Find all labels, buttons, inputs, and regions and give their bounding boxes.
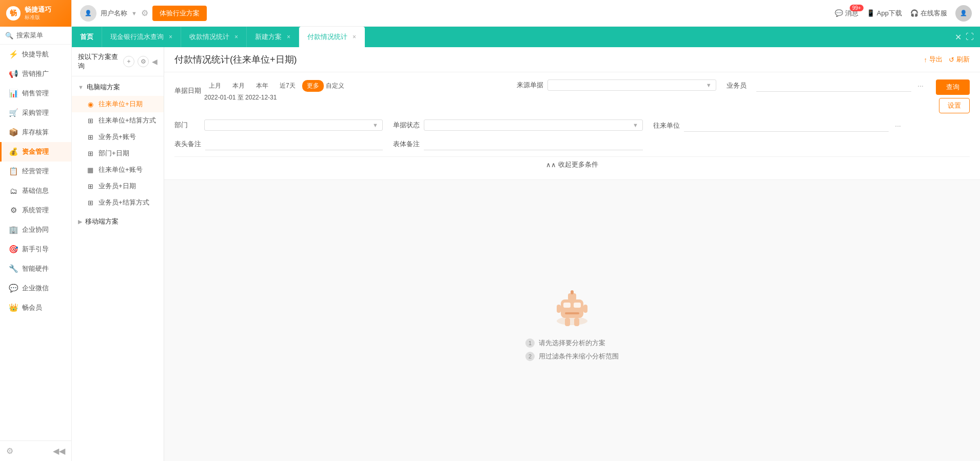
tab-home[interactable]: 首页 bbox=[72, 27, 102, 47]
tab-receipt-close-icon[interactable]: × bbox=[234, 33, 238, 41]
scheme-item-staff-settle[interactable]: ⊞ 业务员+结算方式 bbox=[72, 194, 164, 211]
tab-close-all-icon[interactable]: ✕ bbox=[955, 32, 962, 42]
desktop-group-header[interactable]: ▼ 电脑端方案 bbox=[72, 78, 164, 96]
date-btn-this-month[interactable]: 本月 bbox=[228, 79, 249, 92]
sidebar-item-operation[interactable]: 📋 经营管理 bbox=[0, 162, 71, 181]
app-download-button[interactable]: 📱 App下载 bbox=[867, 9, 902, 18]
tab-bank-flow[interactable]: 现金银行流水查询 × bbox=[102, 27, 181, 47]
tab-new-scheme[interactable]: 新建方案 × bbox=[247, 27, 299, 47]
scheme-item-staff-date[interactable]: ⊞ 业务员+日期 bbox=[72, 178, 164, 194]
refresh-button[interactable]: ↺ 刷新 bbox=[949, 55, 970, 64]
collapse-arrow-icon: ∧∧ bbox=[546, 161, 556, 169]
sidebar-item-hardware[interactable]: 🔧 智能硬件 bbox=[0, 259, 71, 278]
svg-rect-2 bbox=[563, 303, 571, 308]
page-header: 付款情况统计(往来单位+日期) ↑ 导出 ↺ 刷新 bbox=[164, 47, 980, 72]
scheme-item-label: 业务员+账号 bbox=[99, 132, 136, 142]
sidebar-item-label: 系统管理 bbox=[22, 206, 49, 215]
filter-row-1: 单据日期 上月 本月 本年 近7天 更多 自定义 2022-01-01 至 20… bbox=[174, 79, 970, 113]
date-btn-more[interactable]: 更多 bbox=[302, 80, 324, 92]
message-badge: 99+ bbox=[850, 5, 864, 11]
username-chevron-icon[interactable]: ▼ bbox=[131, 10, 137, 16]
tab-expand-icon[interactable]: ⛶ bbox=[966, 32, 974, 42]
sidebar-item-system[interactable]: ⚙ 系统管理 bbox=[0, 201, 71, 220]
scheme-item-dept-date[interactable]: ⊞ 部门+日期 bbox=[72, 145, 164, 162]
tab-new-scheme-close-icon[interactable]: × bbox=[287, 33, 290, 41]
scheme-bar-icon: ▦ bbox=[86, 166, 94, 174]
topbar-user-avatar-right[interactable]: 👤 bbox=[955, 5, 972, 22]
date-custom-label[interactable]: 自定义 bbox=[326, 82, 344, 90]
sidebar-item-enterprise[interactable]: 🏢 企业协同 bbox=[0, 220, 71, 239]
trial-button[interactable]: 体验行业方案 bbox=[152, 6, 207, 21]
export-button[interactable]: ↑ 导出 bbox=[924, 55, 943, 64]
mobile-group-label: 移动端方案 bbox=[85, 217, 119, 226]
filter-row-3: 表头备注 表体备注 bbox=[174, 138, 970, 150]
doc-status-select[interactable]: ▼ bbox=[424, 119, 643, 131]
collapse-sidebar-icon[interactable]: ◀◀ bbox=[53, 446, 65, 456]
date-btn-this-year[interactable]: 本年 bbox=[251, 79, 273, 92]
desktop-group-label: 电脑端方案 bbox=[87, 83, 120, 92]
tab-receipt-stats[interactable]: 收款情况统计 × bbox=[181, 27, 247, 47]
scheme-item-unit-date[interactable]: ◉ 往来单位+日期 bbox=[72, 96, 164, 112]
scheme-chart-icon: ◉ bbox=[86, 101, 94, 108]
sidebar-item-label: 库存核算 bbox=[22, 128, 49, 137]
query-button[interactable]: 查询 bbox=[936, 79, 970, 95]
tab-payment-stats[interactable]: 付款情况统计 × bbox=[299, 27, 365, 47]
setting-button[interactable]: 设置 bbox=[939, 98, 970, 113]
date-btn-7days[interactable]: 近7天 bbox=[275, 79, 300, 92]
scheme-item-unit-settle[interactable]: ⊞ 往来单位+结算方式 bbox=[72, 112, 164, 129]
search-label: 搜索菜单 bbox=[16, 31, 43, 40]
sidebar-item-inventory[interactable]: 📦 库存核算 bbox=[0, 123, 71, 142]
tab-new-scheme-label: 新建方案 bbox=[255, 32, 282, 42]
doc-status-arrow-icon: ▼ bbox=[633, 122, 638, 128]
staff-input[interactable] bbox=[756, 79, 912, 92]
refresh-icon: ↺ bbox=[949, 56, 954, 64]
sidebar-item-sales[interactable]: 📊 销售管理 bbox=[0, 84, 71, 103]
scheme-item-unit-account[interactable]: ▦ 往来单位+账号 bbox=[72, 162, 164, 178]
scheme-item-staff-account[interactable]: ⊞ 业务员+账号 bbox=[72, 129, 164, 145]
system-icon: ⚙ bbox=[9, 206, 18, 215]
tip-num-1: 1 bbox=[525, 338, 535, 348]
counterpart-dots-icon[interactable]: ··· bbox=[893, 122, 903, 130]
message-button[interactable]: 💬 消息 99+ bbox=[835, 9, 858, 18]
sidebar-item-vip[interactable]: 👑 畅会员 bbox=[0, 298, 71, 317]
scheme-panel-collapse-icon[interactable]: ◀ bbox=[152, 57, 158, 66]
source-doc-select[interactable]: ▼ bbox=[547, 79, 716, 91]
table-body-note-input[interactable] bbox=[424, 138, 643, 150]
staff-dots-icon[interactable]: ··· bbox=[915, 82, 926, 90]
counterpart-label: 往来单位 bbox=[653, 121, 680, 130]
sidebar-item-basic[interactable]: 🗂 基础信息 bbox=[0, 181, 71, 201]
sidebar-item-capital[interactable]: 💰 资金管理 bbox=[0, 142, 71, 162]
collapse-more-button[interactable]: ∧∧ 收起更多条件 bbox=[174, 156, 970, 172]
date-btn-last-month[interactable]: 上月 bbox=[204, 79, 226, 92]
scheme-item-label: 业务员+结算方式 bbox=[99, 198, 149, 207]
tab-payment-close-icon[interactable]: × bbox=[352, 33, 356, 41]
counterpart-input[interactable] bbox=[684, 119, 889, 132]
sidebar-item-wechat[interactable]: 💬 企业微信 bbox=[0, 278, 71, 298]
online-service-button[interactable]: 🎧 在线客服 bbox=[910, 9, 947, 18]
sidebar-item-purchase[interactable]: 🛒 采购管理 bbox=[0, 103, 71, 123]
scheme-table2-icon: ⊞ bbox=[86, 133, 94, 141]
sidebar-item-marketing[interactable]: 📢 营销推广 bbox=[0, 64, 71, 84]
hardware-icon: 🔧 bbox=[9, 264, 18, 273]
desktop-group-arrow-icon: ▼ bbox=[78, 84, 84, 90]
add-scheme-button[interactable]: + bbox=[123, 56, 134, 67]
vip-icon: 👑 bbox=[9, 303, 18, 312]
app-label: App下载 bbox=[877, 9, 902, 18]
table-header-note-input[interactable] bbox=[205, 138, 383, 150]
date-filter-label: 单据日期 bbox=[174, 86, 201, 95]
topbar-gear-icon[interactable]: ⚙ bbox=[141, 8, 148, 18]
mobile-group-header[interactable]: ▶ 移动端方案 bbox=[72, 213, 164, 230]
settings-icon[interactable]: ⚙ bbox=[6, 446, 13, 456]
sidebar-item-label: 基础信息 bbox=[22, 186, 49, 195]
tab-home-label: 首页 bbox=[80, 32, 93, 42]
doc-status-field: 单据状态 ▼ bbox=[393, 119, 643, 131]
sidebar-item-label: 经营管理 bbox=[22, 167, 49, 176]
search-menu[interactable]: 🔍 搜索菜单 bbox=[0, 27, 71, 45]
scheme-setting-button[interactable]: ⚙ bbox=[138, 56, 149, 67]
sidebar-item-guide[interactable]: 🎯 新手引导 bbox=[0, 239, 71, 259]
dept-select[interactable]: ▼ bbox=[204, 119, 383, 131]
tab-bank-flow-close-icon[interactable]: × bbox=[169, 33, 172, 41]
tab-receipt-stats-label: 收款情况统计 bbox=[189, 32, 229, 42]
topbar-right: 💬 消息 99+ 📱 App下载 🎧 在线客服 👤 bbox=[835, 5, 972, 22]
sidebar-item-quick-nav[interactable]: ⚡ 快捷导航 bbox=[0, 45, 71, 64]
